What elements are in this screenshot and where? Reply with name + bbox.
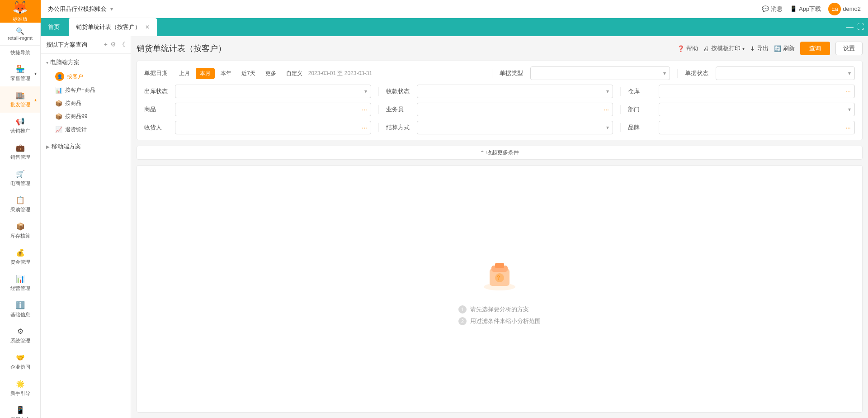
finance-icon: 💰 bbox=[16, 248, 25, 257]
print-btn[interactable]: 🖨 按模板打印 ▾ bbox=[703, 44, 745, 52]
sidebar-item-label: 经营管理 bbox=[10, 285, 30, 292]
sidebar-item-ecommerce[interactable]: 🛒 电商管理 bbox=[0, 165, 40, 191]
inventory-icon: 📦 bbox=[16, 222, 25, 231]
salesperson-label: 业务员 bbox=[386, 105, 413, 114]
out-status-input[interactable]: ▾ bbox=[175, 85, 371, 98]
tab-sales-stats[interactable]: 销货单统计表（按客户） ✕ bbox=[69, 18, 157, 36]
avatar-text: Ea bbox=[831, 6, 838, 12]
tree-item-by-goods-99-label: 按商品99 bbox=[65, 113, 87, 120]
query-button[interactable]: 查询 bbox=[800, 42, 830, 55]
warehouse-dots-icon[interactable]: ··· bbox=[845, 88, 851, 95]
tab-home[interactable]: 首页 bbox=[41, 18, 67, 36]
date-btn-current-year[interactable]: 本年 bbox=[217, 68, 236, 79]
help-btn[interactable]: ❓ 帮助 bbox=[677, 44, 698, 52]
tab-maximize-icon[interactable]: ⛶ bbox=[857, 23, 864, 31]
tree-item-by-customer[interactable]: 👤 按客户 bbox=[41, 69, 131, 84]
tab-home-label: 首页 bbox=[48, 23, 60, 31]
warehouse-input[interactable]: ··· bbox=[659, 85, 855, 98]
tree-item-by-goods-99[interactable]: 📦 按商品99 bbox=[41, 110, 131, 123]
doc-status-input[interactable]: ▾ bbox=[716, 66, 855, 80]
tree-item-by-customer-label: 按客户 bbox=[67, 73, 83, 81]
user-profile[interactable]: Ea demo2 bbox=[828, 3, 861, 15]
collapse-conditions-bar[interactable]: ⌃ 收起更多条件 bbox=[137, 146, 863, 160]
filter-recipient-item: 收货人 ··· bbox=[144, 121, 371, 134]
sidebar-item-purchase[interactable]: 📋 采购管理 bbox=[0, 191, 40, 218]
sidebar-item-label: 零售管理 bbox=[10, 75, 30, 82]
sidebar-search[interactable]: 🔍 retail-mgmt bbox=[0, 23, 40, 46]
date-btn-last-7-days[interactable]: 近7天 bbox=[237, 68, 259, 79]
empty-illustration: ? bbox=[477, 253, 522, 298]
tab-minimize-icon[interactable]: — bbox=[846, 23, 854, 31]
settings-button[interactable]: 设置 bbox=[835, 42, 863, 55]
recipient-input[interactable]: ··· bbox=[175, 121, 371, 134]
collapse-panel-icon[interactable]: 《 bbox=[119, 41, 125, 49]
sidebar-item-operation[interactable]: 📊 经营管理 bbox=[0, 270, 40, 296]
sidebar-item-finance[interactable]: 💰 资金管理 bbox=[0, 244, 40, 270]
brand-dots-icon[interactable]: ··· bbox=[845, 124, 851, 131]
goods-dots-icon[interactable]: ··· bbox=[362, 106, 367, 113]
settlement-input[interactable]: ▾ bbox=[417, 121, 613, 134]
tree-item-by-customer-goods[interactable]: 📊 按客户+商品 bbox=[41, 84, 131, 97]
tree-toggle-icon: ▾ bbox=[46, 60, 48, 65]
doc-type-input[interactable]: ▾ bbox=[530, 66, 670, 80]
refresh-btn[interactable]: 🔄 刷新 bbox=[774, 44, 795, 52]
sidebar-item-label: 企业协同 bbox=[10, 364, 30, 370]
sidebar-item-app-center[interactable]: 📱 应用中心 bbox=[0, 401, 40, 418]
sidebar-item-basic-info[interactable]: ℹ️ 基础信息 bbox=[0, 296, 40, 323]
tree-mobile-toggle[interactable]: ▶ 移动端方案 bbox=[41, 140, 131, 153]
sidebar-item-label: 批发管理 bbox=[10, 101, 30, 108]
sidebar-item-sales-mgmt[interactable]: 💼 销售管理 bbox=[0, 139, 40, 165]
collection-status-input[interactable]: ▾ bbox=[417, 85, 613, 98]
sidebar-item-enterprise[interactable]: 🤝 企业协同 bbox=[0, 349, 40, 375]
svg-rect-3 bbox=[495, 263, 504, 268]
goods-input[interactable]: ··· bbox=[175, 103, 371, 116]
tree-item-by-goods-label: 按商品 bbox=[65, 100, 81, 107]
brand-label: 品牌 bbox=[628, 124, 655, 132]
filter-divider-3 bbox=[378, 87, 379, 96]
by-goods-99-icon: 📦 bbox=[55, 113, 62, 120]
doc-type-label: 单据类型 bbox=[500, 69, 527, 77]
date-btn-current-month[interactable]: 本月 bbox=[196, 68, 215, 79]
page-title-bar: 销货单统计表（按客户） ❓ 帮助 🖨 按模板打印 ▾ ⬇ 导出 bbox=[137, 42, 863, 55]
sidebar-item-label: 应用中心 bbox=[10, 416, 30, 418]
export-btn[interactable]: ⬇ 导出 bbox=[750, 44, 769, 52]
logo[interactable]: 🦊 标准版 bbox=[0, 0, 41, 23]
date-btn-last-month[interactable]: 上月 bbox=[175, 68, 194, 79]
industry-dropdown-icon[interactable]: ▾ bbox=[110, 6, 113, 12]
wholesale-arrow-icon: ▴ bbox=[34, 97, 37, 102]
department-input[interactable]: ▾ bbox=[659, 103, 855, 116]
tree-item-return-stats[interactable]: 📈 退货统计 bbox=[41, 123, 131, 136]
sidebar-item-wholesale-mgmt[interactable]: 🏬 批发管理 ▴ bbox=[0, 86, 40, 113]
avatar: Ea bbox=[828, 3, 841, 15]
date-btn-custom[interactable]: 自定义 bbox=[282, 68, 307, 79]
topbar: 办公用品行业模拟账套 ▾ 💬 消息 📱 App下载 Ea demo2 bbox=[41, 0, 868, 18]
filter-date-item: 单据日期 上月 本月 本年 近7天 更多 自定义 2023-03-01 至 20… bbox=[144, 68, 485, 79]
ecommerce-icon: 🛒 bbox=[16, 170, 25, 178]
left-panel-title: 按以下方案查询 bbox=[46, 41, 87, 49]
retail-arrow-icon: ▾ bbox=[34, 71, 37, 76]
sidebar-nav-label: 快捷导航 bbox=[0, 49, 40, 56]
app-download-btn[interactable]: 📱 App下载 bbox=[790, 5, 821, 13]
salesperson-input[interactable]: ··· bbox=[417, 103, 613, 116]
brand-input[interactable]: ··· bbox=[659, 121, 855, 134]
sidebar-nav-item[interactable]: 快捷导航 bbox=[0, 46, 40, 60]
sidebar-item-inventory[interactable]: 📦 库存核算 bbox=[0, 218, 40, 244]
sidebar-item-new-guide[interactable]: 🌟 新手引导 bbox=[0, 375, 40, 401]
settings-scheme-icon[interactable]: ⚙ bbox=[110, 41, 116, 49]
sidebar-item-marketing[interactable]: 📢 营销推广 bbox=[0, 113, 40, 139]
salesperson-dots-icon[interactable]: ··· bbox=[604, 106, 609, 113]
guide-icon: 🌟 bbox=[16, 380, 25, 388]
message-btn[interactable]: 💬 消息 bbox=[762, 5, 783, 13]
date-btn-more[interactable]: 更多 bbox=[261, 68, 280, 79]
filter-department-item: 部门 ▾ bbox=[628, 103, 855, 116]
print-icon: 🖨 bbox=[703, 45, 709, 52]
tab-close-icon[interactable]: ✕ bbox=[145, 24, 150, 30]
sidebar-item-system[interactable]: ⚙ 系统管理 bbox=[0, 323, 40, 349]
sidebar-item-retail-mgmt[interactable]: 🏪 零售管理 ▾ bbox=[0, 60, 40, 86]
help-label: 帮助 bbox=[686, 44, 698, 52]
filter-collection-status-item: 收款状态 ▾ bbox=[386, 85, 613, 98]
tree-item-by-goods[interactable]: 📦 按商品 bbox=[41, 97, 131, 110]
add-scheme-icon[interactable]: + bbox=[104, 41, 108, 49]
tree-desktop-toggle[interactable]: ▾ 电脑端方案 bbox=[41, 56, 131, 69]
recipient-dots-icon[interactable]: ··· bbox=[362, 124, 367, 131]
